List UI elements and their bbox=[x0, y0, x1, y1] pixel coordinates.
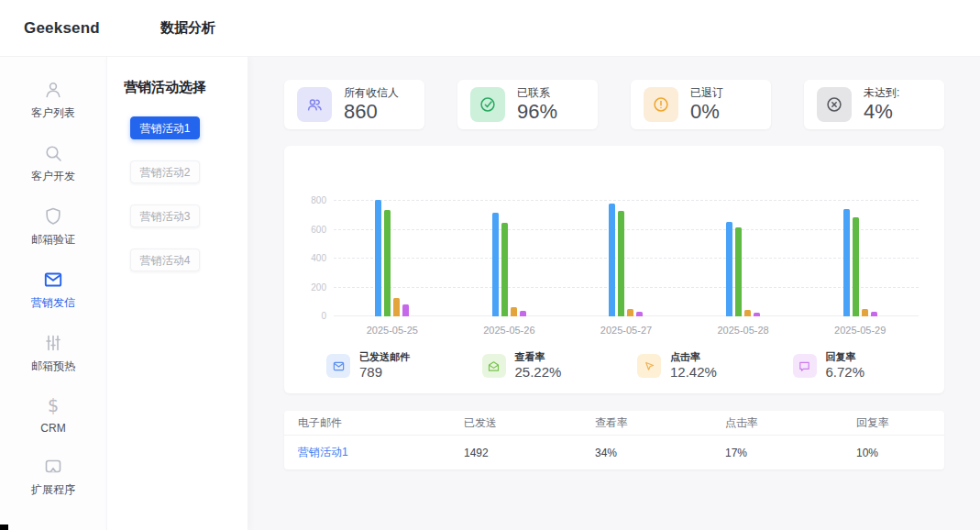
shield-icon bbox=[42, 205, 64, 227]
stats-row: 所有收信人 860 已联系 96% bbox=[284, 80, 944, 129]
x-tick-label: 2025-05-27 bbox=[600, 325, 652, 340]
bar-group-2025-05-29: 2025-05-29 bbox=[834, 179, 886, 340]
y-tick-label: 800 bbox=[303, 195, 326, 205]
campaign-button-1[interactable]: 营销活动1 bbox=[130, 116, 200, 139]
sidebar-item-customer-development[interactable]: 客户开发 bbox=[12, 142, 94, 184]
page-title: 数据分析 bbox=[160, 19, 215, 37]
sidebar-item-label: CRM bbox=[40, 422, 65, 435]
sidebar-item-crm[interactable]: $ CRM bbox=[12, 395, 94, 435]
bar-green-series bbox=[501, 223, 508, 316]
y-tick-label: 0 bbox=[303, 311, 326, 321]
metric-value: 789 bbox=[359, 364, 410, 381]
campaign-table: 电子邮件已发送查看率点击率回复率 营销活动1149234%17%10% bbox=[284, 411, 944, 469]
bar-green-series bbox=[735, 227, 742, 316]
x-tick-label: 2025-05-25 bbox=[367, 325, 418, 340]
bar-orange-series bbox=[862, 309, 868, 316]
table-header-cell: 已发送 bbox=[464, 415, 595, 431]
stat-card-recipients: 所有收信人 860 bbox=[284, 80, 424, 129]
bar-green-series bbox=[853, 217, 859, 316]
metric-open-rate: 查看率 25.22% bbox=[458, 351, 614, 381]
stat-value: 0% bbox=[690, 101, 723, 123]
stat-card-unsubscribed: 已退订 0% bbox=[631, 80, 771, 129]
campaign-button-4[interactable]: 营销活动4 bbox=[130, 248, 200, 271]
main-content: 所有收信人 860 已联系 96% bbox=[248, 57, 980, 530]
sidebar-item-email-warmup[interactable]: 邮箱预热 bbox=[12, 332, 94, 374]
bar-orange-series bbox=[511, 307, 517, 316]
metric-value: 25.22% bbox=[515, 364, 562, 381]
users-icon bbox=[297, 87, 332, 122]
cursor-icon bbox=[637, 354, 661, 378]
stat-label: 未达到: bbox=[864, 86, 899, 99]
icon-sidebar: 客户列表 客户开发 邮箱验证 营销发信 bbox=[0, 57, 106, 530]
stat-value: 860 bbox=[344, 101, 399, 123]
table-row: 营销活动1149234%17%10% bbox=[284, 436, 944, 469]
sidebar-item-label: 邮箱预热 bbox=[31, 359, 75, 374]
bar-blue-series bbox=[375, 200, 381, 316]
campaign-button-2[interactable]: 营销活动2 bbox=[130, 160, 200, 183]
sidebar-item-email-verification[interactable]: 邮箱验证 bbox=[12, 205, 94, 248]
sidebar-item-marketing-send[interactable]: 营销发信 bbox=[12, 269, 94, 311]
bar-purple-series bbox=[871, 312, 877, 317]
bar-orange-series bbox=[627, 309, 633, 316]
campaign-panel: 营销活动选择 营销活动1 营销活动2 营销活动3 营销活动4 bbox=[106, 57, 248, 530]
search-icon bbox=[42, 142, 64, 164]
person-icon bbox=[42, 79, 64, 101]
top-header: Geeksend 数据分析 bbox=[0, 0, 980, 57]
table-cell: 1492 bbox=[464, 447, 595, 459]
bar-orange-series bbox=[744, 310, 751, 316]
y-tick-label: 600 bbox=[303, 225, 326, 235]
x-tick-label: 2025-05-26 bbox=[483, 325, 534, 340]
bar-group-2025-05-26: 2025-05-26 bbox=[483, 179, 534, 340]
campaign-panel-title: 营销活动选择 bbox=[124, 79, 248, 96]
metric-value: 12.42% bbox=[670, 364, 717, 381]
chart-card: 0200400600800 2025-05-252025-05-262025-0… bbox=[284, 146, 944, 393]
app-logo[interactable]: Geeksend bbox=[24, 19, 100, 38]
bar-blue-series bbox=[609, 204, 615, 316]
y-tick-label: 400 bbox=[303, 253, 326, 263]
screenshot-corner-artifact bbox=[0, 524, 8, 530]
stat-card-not-reached: 未达到: 4% bbox=[804, 80, 944, 129]
table-cell: 10% bbox=[856, 447, 944, 459]
table-header-cell: 点击率 bbox=[725, 415, 856, 431]
bar-blue-series bbox=[726, 222, 732, 316]
metric-label: 查看率 bbox=[515, 351, 562, 363]
bar-group-2025-05-25: 2025-05-25 bbox=[367, 179, 418, 340]
stat-label: 所有收信人 bbox=[344, 86, 399, 99]
metric-value: 6.72% bbox=[826, 364, 865, 381]
stat-card-contacted: 已联系 96% bbox=[457, 80, 598, 129]
bar-group-2025-05-27: 2025-05-27 bbox=[600, 179, 652, 340]
check-circle-icon bbox=[470, 87, 505, 122]
x-tick-label: 2025-05-28 bbox=[717, 325, 768, 340]
bar-blue-series bbox=[492, 213, 499, 316]
table-cell: 34% bbox=[595, 447, 725, 459]
bar-group-2025-05-28: 2025-05-28 bbox=[717, 179, 768, 340]
stat-label: 已退订 bbox=[690, 86, 723, 99]
envelope-open-icon bbox=[482, 354, 506, 378]
sidebar-item-extensions[interactable]: 扩展程序 bbox=[12, 456, 94, 498]
extension-icon bbox=[42, 456, 64, 478]
table-header-cell: 查看率 bbox=[595, 415, 725, 431]
sidebar-item-label: 邮箱验证 bbox=[31, 232, 75, 248]
metric-label: 回复率 bbox=[826, 351, 865, 363]
envelope-icon bbox=[42, 269, 64, 291]
dollar-icon: $ bbox=[42, 395, 64, 417]
metric-label: 已发送邮件 bbox=[359, 351, 410, 363]
metric-sent: 已发送邮件 789 bbox=[303, 351, 458, 381]
bar-green-series bbox=[384, 210, 391, 316]
campaign-link[interactable]: 营销活动1 bbox=[298, 445, 464, 460]
sidebar-item-customer-list[interactable]: 客户列表 bbox=[12, 79, 94, 121]
x-circle-icon bbox=[817, 87, 852, 122]
campaign-button-3[interactable]: 营销活动3 bbox=[130, 204, 200, 227]
metric-row: 已发送邮件 789 查看率 25.22% bbox=[303, 351, 924, 381]
metric-click-rate: 点击率 12.42% bbox=[613, 351, 769, 381]
app-body: 客户列表 客户开发 邮箱验证 营销发信 bbox=[0, 57, 980, 530]
stat-value: 96% bbox=[517, 101, 557, 123]
warning-circle-icon bbox=[644, 87, 678, 122]
envelope-closed-icon bbox=[326, 354, 350, 378]
table-cell: 17% bbox=[725, 447, 856, 459]
stat-label: 已联系 bbox=[517, 86, 557, 99]
chat-bubble-icon bbox=[793, 354, 817, 378]
sidebar-item-label: 营销发信 bbox=[31, 295, 75, 311]
stat-value: 4% bbox=[864, 101, 899, 123]
bar-green-series bbox=[618, 211, 624, 316]
